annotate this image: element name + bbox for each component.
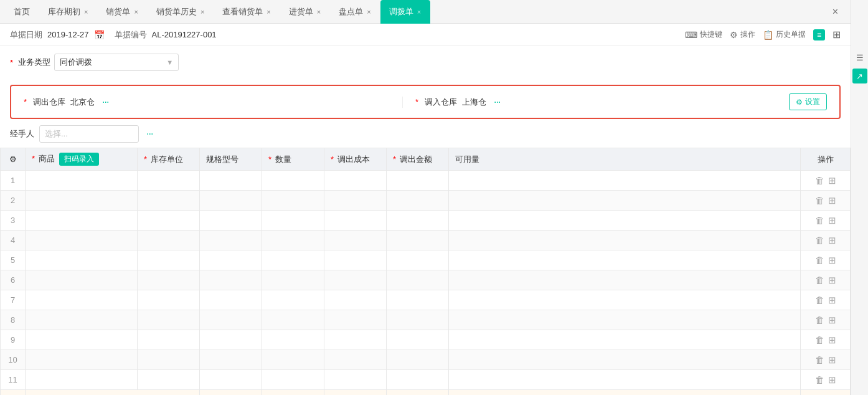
amount-cell[interactable] bbox=[387, 290, 449, 310]
qty-cell[interactable] bbox=[262, 231, 324, 250]
cost-cell[interactable] bbox=[324, 330, 387, 350]
product-cell[interactable] bbox=[26, 270, 138, 290]
product-cell[interactable] bbox=[26, 370, 138, 390]
qty-cell[interactable] bbox=[262, 330, 324, 350]
copy-icon[interactable]: ⊞ bbox=[828, 215, 836, 226]
qty-cell[interactable] bbox=[262, 310, 324, 330]
tab-transfer-order[interactable]: 调拨单 × bbox=[380, 0, 430, 24]
cost-cell[interactable] bbox=[324, 191, 387, 211]
unit-cell[interactable] bbox=[138, 330, 200, 350]
unit-cell[interactable] bbox=[138, 310, 200, 330]
tab-sales-order-close[interactable]: × bbox=[134, 8, 138, 16]
window-close-button[interactable]: × bbox=[825, 6, 846, 17]
delete-icon[interactable]: 🗑 bbox=[815, 315, 824, 325]
delete-icon[interactable]: 🗑 bbox=[815, 275, 824, 285]
transfer-out-value[interactable]: 北京仓 bbox=[70, 97, 95, 108]
cost-cell[interactable] bbox=[324, 211, 387, 231]
copy-icon[interactable]: ⊞ bbox=[828, 195, 836, 206]
cost-cell[interactable] bbox=[324, 310, 387, 330]
handler-more-icon[interactable]: ··· bbox=[146, 128, 153, 140]
delete-icon[interactable]: 🗑 bbox=[815, 335, 824, 345]
copy-icon[interactable]: ⊞ bbox=[828, 255, 836, 266]
transfer-in-more-icon[interactable]: ··· bbox=[494, 97, 500, 108]
available-cell[interactable] bbox=[449, 191, 801, 211]
unit-cell[interactable] bbox=[138, 270, 200, 290]
delete-icon[interactable]: 🗑 bbox=[815, 175, 824, 186]
cost-cell[interactable] bbox=[324, 350, 387, 370]
history-button[interactable]: 📋 历史单据 bbox=[763, 29, 806, 40]
spec-cell[interactable] bbox=[200, 231, 262, 250]
cost-cell[interactable] bbox=[324, 171, 387, 191]
amount-cell[interactable] bbox=[387, 231, 449, 250]
qty-cell[interactable] bbox=[262, 370, 324, 390]
unit-cell[interactable] bbox=[138, 290, 200, 310]
product-cell[interactable] bbox=[26, 231, 138, 250]
copy-icon[interactable]: ⊞ bbox=[828, 295, 836, 306]
available-cell[interactable] bbox=[449, 330, 801, 350]
tab-view-sales[interactable]: 查看销货单 × bbox=[214, 0, 280, 24]
spec-cell[interactable] bbox=[200, 270, 262, 290]
business-type-select[interactable]: 同价调拨 ▼ bbox=[54, 54, 179, 71]
available-cell[interactable] bbox=[449, 270, 801, 290]
cost-cell[interactable] bbox=[324, 231, 387, 250]
copy-icon[interactable]: ⊞ bbox=[828, 355, 836, 366]
sidebar-expand-button[interactable]: ↗ bbox=[852, 69, 867, 83]
spec-cell[interactable] bbox=[200, 211, 262, 231]
handler-select[interactable]: 选择... bbox=[39, 125, 139, 143]
delete-icon[interactable]: 🗑 bbox=[815, 235, 824, 245]
spec-cell[interactable] bbox=[200, 350, 262, 370]
tab-sales-order[interactable]: 销货单 × bbox=[97, 0, 147, 24]
product-cell[interactable] bbox=[26, 310, 138, 330]
transfer-out-more-icon[interactable]: ··· bbox=[102, 97, 108, 108]
scan-button[interactable]: 扫码录入 bbox=[59, 153, 99, 166]
delete-icon[interactable]: 🗑 bbox=[815, 295, 824, 305]
amount-cell[interactable] bbox=[387, 211, 449, 231]
qty-cell[interactable] bbox=[262, 270, 324, 290]
product-cell[interactable] bbox=[26, 330, 138, 350]
amount-cell[interactable] bbox=[387, 171, 449, 191]
amount-cell[interactable] bbox=[387, 370, 449, 390]
available-cell[interactable] bbox=[449, 250, 801, 270]
operations-button[interactable]: ⚙ 操作 bbox=[730, 29, 755, 40]
tab-sales-history-close[interactable]: × bbox=[200, 8, 204, 16]
available-cell[interactable] bbox=[449, 211, 801, 231]
delete-icon[interactable]: 🗑 bbox=[815, 215, 824, 226]
available-cell[interactable] bbox=[449, 231, 801, 250]
layout-button-2[interactable]: ⊞ bbox=[833, 29, 841, 40]
calendar-icon[interactable]: 📅 bbox=[94, 30, 105, 40]
amount-cell[interactable] bbox=[387, 191, 449, 211]
cost-cell[interactable] bbox=[324, 270, 387, 290]
cost-cell[interactable] bbox=[324, 250, 387, 270]
amount-cell[interactable] bbox=[387, 350, 449, 370]
amount-cell[interactable] bbox=[387, 330, 449, 350]
tab-inventory-check-close[interactable]: × bbox=[367, 8, 370, 16]
spec-cell[interactable] bbox=[200, 250, 262, 270]
tab-purchase-order-close[interactable]: × bbox=[317, 8, 321, 16]
spec-cell[interactable] bbox=[200, 171, 262, 191]
tab-view-sales-close[interactable]: × bbox=[267, 8, 270, 16]
available-cell[interactable] bbox=[449, 310, 801, 330]
unit-cell[interactable] bbox=[138, 211, 200, 231]
product-cell[interactable] bbox=[26, 191, 138, 211]
amount-cell[interactable] bbox=[387, 270, 449, 290]
delete-icon[interactable]: 🗑 bbox=[815, 195, 824, 206]
date-value[interactable]: 2019-12-27 bbox=[47, 30, 89, 39]
spec-cell[interactable] bbox=[200, 310, 262, 330]
qty-cell[interactable] bbox=[262, 211, 324, 231]
product-cell[interactable] bbox=[26, 211, 138, 231]
delete-icon[interactable]: 🗑 bbox=[815, 355, 824, 365]
qty-cell[interactable] bbox=[262, 250, 324, 270]
cost-cell[interactable] bbox=[324, 290, 387, 310]
spec-cell[interactable] bbox=[200, 290, 262, 310]
tab-purchase-order[interactable]: 进货单 × bbox=[280, 0, 330, 24]
available-cell[interactable] bbox=[449, 290, 801, 310]
unit-cell[interactable] bbox=[138, 250, 200, 270]
copy-icon[interactable]: ⊞ bbox=[828, 335, 836, 346]
layout-button-1[interactable]: ≡ bbox=[813, 29, 825, 40]
delete-icon[interactable]: 🗑 bbox=[815, 255, 824, 265]
unit-cell[interactable] bbox=[138, 231, 200, 250]
tab-home[interactable]: 首页 bbox=[5, 0, 39, 24]
qty-cell[interactable] bbox=[262, 290, 324, 310]
spec-cell[interactable] bbox=[200, 191, 262, 211]
spec-cell[interactable] bbox=[200, 370, 262, 390]
